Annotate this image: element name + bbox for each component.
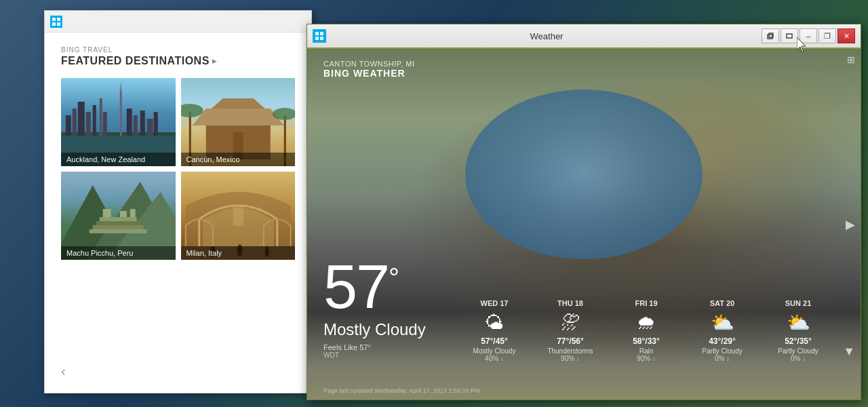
travel-titlebar <box>45 11 311 33</box>
svg-rect-13 <box>120 92 122 136</box>
svg-rect-16 <box>134 115 138 136</box>
forecast-temps-1: 77°/56° <box>535 336 606 346</box>
svg-rect-11 <box>100 98 102 136</box>
forecast-icon-4: ⛅ <box>763 311 833 334</box>
destination-card-cancun[interactable]: Cancún, Mexico <box>181 78 296 166</box>
forecast-day-label-3: SAT 20 <box>687 299 757 307</box>
destination-card-machu[interactable]: Machu Picchu, Peru <box>61 172 176 260</box>
weather-background: CANTON TOWNSHIP, MI BING WEATHER 57° Mos… <box>307 49 861 400</box>
data-source: WDT <box>323 351 426 359</box>
svg-rect-43 <box>233 206 243 226</box>
forecast-day-4: SUN 21 ⛅ 52°/35° Partly Cloudy 0% ↓ <box>760 299 836 362</box>
svg-rect-10 <box>93 105 96 136</box>
forecast-day-0: WED 17 🌤 57°/45° Mostly Cloudy 40% ↓ <box>456 299 532 362</box>
forecast-day-label-0: WED 17 <box>459 299 530 307</box>
feels-like-text: Feels Like 57° <box>323 343 426 351</box>
window-close-button[interactable]: ✕ <box>837 28 855 43</box>
travel-subtitle: BING TRAVEL <box>61 46 295 54</box>
svg-rect-36 <box>96 221 140 225</box>
forecast-temps-0: 57°/45° <box>459 336 530 346</box>
forecast-day-label-2: FRI 19 <box>611 299 682 307</box>
titlebar-controls: – ❐ ✕ <box>762 28 855 43</box>
svg-rect-50 <box>320 37 323 40</box>
svg-rect-9 <box>86 112 91 136</box>
apps-grid-icon[interactable]: ⊞ <box>847 54 855 65</box>
forecast-day-label-4: SUN 21 <box>763 299 833 307</box>
forecast-day-2: FRI 19 🌧 58°/33° Rain 90% ↓ <box>608 299 684 362</box>
temperature-display: 57° <box>323 256 426 317</box>
svg-rect-6 <box>66 115 71 136</box>
destination-label-auckland: Auckland, New Zealand <box>61 153 176 166</box>
window-minimize-button[interactable]: – <box>800 28 817 43</box>
svg-rect-39 <box>120 211 127 217</box>
forecast-cond-2: Rain <box>611 347 682 355</box>
forecast-next-icon[interactable]: ▶ <box>846 217 855 232</box>
forecast-strip: WED 17 🌤 57°/45° Mostly Cloudy 40% ↓ THU… <box>456 299 836 362</box>
forecast-precip-4: 0% ↓ <box>763 355 833 362</box>
weather-window: Weather – ❐ ✕ CANTON TOWNSHIP, MI BING W… <box>307 24 861 400</box>
travel-section-title: FEATURED DESTINATIONS ▸ <box>61 55 295 67</box>
destination-label-milan: Milan, Italy <box>181 246 296 260</box>
sky-opening <box>465 90 703 259</box>
forecast-precip-3: 0% ↓ <box>687 355 757 362</box>
destination-label-machu: Machu Picchu, Peru <box>61 246 176 260</box>
svg-rect-3 <box>57 22 60 26</box>
svg-rect-34 <box>90 229 147 233</box>
svg-rect-53 <box>787 34 792 38</box>
svg-rect-48 <box>320 32 323 35</box>
window-restore-small-button[interactable] <box>762 28 779 43</box>
svg-rect-35 <box>93 225 144 229</box>
forecast-temps-4: 52°/35° <box>763 336 833 346</box>
forecast-cond-1: Thunderstorms <box>535 347 606 355</box>
forecast-precip-1: 90% ↓ <box>535 355 606 362</box>
svg-rect-49 <box>315 37 319 40</box>
forecast-day-label-1: THU 18 <box>535 299 606 307</box>
svg-rect-51 <box>768 35 772 39</box>
destination-label-cancun: Cancún, Mexico <box>181 153 296 166</box>
forecast-cond-4: Partly Cloudy <box>763 347 833 355</box>
travel-arrow-icon: ▸ <box>212 56 217 66</box>
destination-card-milan[interactable]: Milan, Italy <box>181 172 296 260</box>
forecast-down-icon[interactable]: ▼ <box>843 345 855 359</box>
weather-footer: Page last updated Wednesday, April 17, 2… <box>323 387 479 394</box>
svg-rect-17 <box>140 111 145 136</box>
svg-rect-47 <box>315 32 319 35</box>
svg-rect-12 <box>103 112 107 136</box>
svg-rect-2 <box>52 22 56 26</box>
weather-location-header: CANTON TOWNSHIP, MI BING WEATHER <box>323 60 415 79</box>
weather-titlebar: Weather – ❐ ✕ <box>307 24 861 49</box>
svg-rect-8 <box>78 102 85 136</box>
travel-content: BING TRAVEL FEATURED DESTINATIONS ▸ <box>45 33 311 273</box>
weather-brand: BING WEATHER <box>323 68 415 79</box>
svg-rect-1 <box>57 18 60 21</box>
temperature-value: 57 <box>323 253 389 321</box>
forecast-cond-3: Partly Cloudy <box>687 347 757 355</box>
svg-rect-19 <box>154 112 158 136</box>
svg-rect-0 <box>52 18 56 21</box>
forecast-icon-1: ⛈ <box>535 311 606 334</box>
forecast-icon-0: 🌤 <box>459 311 530 334</box>
weather-main-display: 57° Mostly Cloudy Feels Like 57° WDT <box>323 256 426 359</box>
svg-rect-18 <box>147 119 153 136</box>
weather-city: CANTON TOWNSHIP, MI <box>323 60 415 68</box>
svg-marker-24 <box>192 109 283 125</box>
forecast-precip-0: 40% ↓ <box>459 355 530 362</box>
window-restore-button[interactable]: ❐ <box>818 28 836 43</box>
svg-rect-7 <box>73 109 77 136</box>
travel-logo-icon <box>50 16 62 28</box>
forecast-temps-3: 43°/29° <box>687 336 757 346</box>
forecast-day-3: SAT 20 ⛅ 43°/29° Partly Cloudy 0% ↓ <box>684 299 760 362</box>
destinations-grid: Auckland, New Zealand <box>61 78 295 260</box>
forecast-temps-2: 58°/33° <box>611 336 682 346</box>
forecast-precip-2: 90% ↓ <box>611 355 682 362</box>
weather-window-title: Weather <box>332 31 762 41</box>
forecast-cond-0: Mostly Cloudy <box>459 347 530 355</box>
svg-rect-40 <box>130 209 136 217</box>
travel-nav-left-icon[interactable]: ‹ <box>61 364 66 379</box>
current-condition: Mostly Cloudy <box>323 320 426 339</box>
destination-card-auckland[interactable]: Auckland, New Zealand <box>61 78 176 166</box>
window-close-small-button[interactable] <box>781 28 798 43</box>
weather-app-logo <box>313 29 326 43</box>
svg-rect-38 <box>103 209 111 217</box>
forecast-day-1: THU 18 ⛈ 77°/56° Thunderstorms 90% ↓ <box>532 299 608 362</box>
